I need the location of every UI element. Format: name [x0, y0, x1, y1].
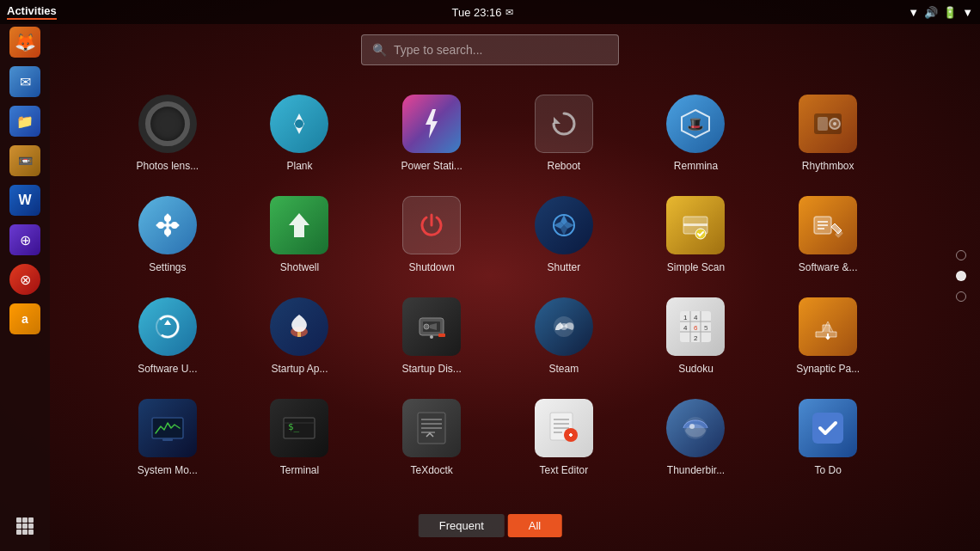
- sidebar-item-show-apps[interactable]: [7, 508, 43, 544]
- email-indicator-icon: ✉: [505, 7, 513, 18]
- svg-point-16: [833, 122, 836, 126]
- svg-rect-36: [297, 332, 301, 337]
- page-dot-2[interactable]: [956, 271, 966, 281]
- ubuntu-icon: ⊕: [9, 224, 40, 255]
- app-item-remmina[interactable]: 🎩 Remmina: [630, 86, 763, 179]
- software-icon-container: [797, 194, 859, 256]
- svg-text:6: 6: [694, 324, 698, 332]
- settings-icon-container: [137, 194, 199, 256]
- cassette-icon: 📼: [9, 145, 40, 176]
- texdoctk-icon: [402, 399, 461, 457]
- text-editor-icon: [535, 399, 593, 457]
- shotwell-icon-container: [268, 194, 330, 256]
- app-item-reboot[interactable]: Reboot: [498, 86, 630, 179]
- page-dot-3[interactable]: [956, 291, 966, 302]
- app-item-sudoku[interactable]: 1 4 4 6 5 2 Sudoku: [630, 289, 763, 382]
- todo-icon: [799, 399, 857, 457]
- shutter-icon: [535, 196, 593, 254]
- app-item-rhythmbox[interactable]: Rhythmbox: [762, 86, 894, 179]
- app-item-system-monitor[interactable]: System Mo...: [101, 390, 234, 483]
- sidebar-item-amazon[interactable]: a: [7, 301, 43, 337]
- svg-text:5: 5: [704, 324, 708, 332]
- app-item-software-updater[interactable]: Software U...: [101, 289, 234, 382]
- texdoctk-label: TeXdoctk: [410, 464, 452, 476]
- amazon-icon: a: [9, 303, 40, 334]
- svg-point-21: [157, 222, 164, 229]
- system-monitor-icon: [138, 399, 197, 457]
- wifi-icon[interactable]: ▼: [908, 6, 919, 19]
- app-item-plank[interactable]: Plank: [234, 86, 366, 179]
- app-item-texdoctk[interactable]: TeXdoctk: [365, 390, 498, 483]
- word-icon: W: [9, 185, 40, 216]
- svg-rect-1: [22, 517, 28, 523]
- shutdown-icon-container: [401, 194, 462, 256]
- startup-disk-icon-container: [401, 296, 462, 358]
- svg-rect-6: [16, 530, 21, 535]
- power-station-icon-container: [401, 93, 462, 155]
- photos-lens-icon-container: [137, 93, 199, 155]
- settings-label: Settings: [149, 261, 186, 273]
- app-item-startup-app[interactable]: Startup Ap...: [234, 289, 366, 382]
- all-filter-button[interactable]: All: [508, 514, 561, 537]
- svg-point-19: [164, 215, 171, 222]
- sidebar-item-mail[interactable]: ✉: [7, 64, 43, 100]
- sidebar-item-firefox[interactable]: 🦊: [7, 24, 43, 60]
- shutter-icon-container: [533, 194, 595, 256]
- page-dot-1[interactable]: [956, 250, 966, 260]
- app-item-software[interactable]: Software &...: [762, 187, 894, 280]
- rhythmbox-icon: [799, 95, 857, 153]
- app-item-power-station[interactable]: Power Stati...: [365, 86, 498, 179]
- system-monitor-icon-container: [137, 397, 199, 459]
- battery-icon[interactable]: 🔋: [943, 6, 957, 19]
- app-item-photos-lens[interactable]: Photos lens...: [101, 86, 234, 179]
- simple-scan-icon-container: [665, 194, 726, 256]
- app-item-startup-disk[interactable]: Startup Dis...: [365, 289, 498, 382]
- app-item-shutdown[interactable]: Shutdown: [365, 187, 498, 280]
- svg-rect-7: [22, 530, 28, 535]
- volume-icon[interactable]: 🔊: [924, 6, 938, 19]
- svg-marker-10: [554, 117, 560, 124]
- activities-label[interactable]: Activities: [7, 4, 57, 20]
- steam-label: Steam: [548, 363, 579, 375]
- sidebar-item-word[interactable]: W: [7, 182, 43, 218]
- app-item-steam[interactable]: Steam: [498, 289, 630, 382]
- thunderbird-icon-container: [665, 397, 726, 459]
- synaptic-label: Synaptic Pa...: [796, 363, 860, 375]
- terminal-icon-container: $_: [268, 397, 330, 459]
- app-item-settings[interactable]: Settings: [101, 187, 234, 280]
- app-item-todo[interactable]: To Do: [762, 390, 894, 483]
- frequent-filter-button[interactable]: Frequent: [419, 514, 505, 537]
- sidebar-item-cassette[interactable]: 📼: [7, 143, 43, 179]
- app-item-shotwell[interactable]: Shotwell: [234, 187, 366, 280]
- software-updater-icon-container: [137, 296, 199, 358]
- filter-bar: Frequent All: [419, 514, 562, 537]
- firefox-icon: 🦊: [9, 27, 40, 58]
- app-item-thunderbird[interactable]: Thunderbir...: [630, 390, 763, 483]
- app-item-simple-scan[interactable]: Simple Scan: [630, 187, 763, 280]
- svg-point-43: [560, 323, 567, 330]
- plank-icon-container: [268, 93, 330, 155]
- app-item-synaptic[interactable]: Synaptic Pa...: [762, 289, 894, 382]
- startup-app-icon-container: [268, 296, 330, 358]
- power-menu-icon[interactable]: ▼: [962, 6, 973, 19]
- sidebar-item-files[interactable]: 📁: [7, 103, 43, 139]
- svg-rect-75: [812, 413, 843, 444]
- files-icon: 📁: [9, 106, 40, 137]
- svg-point-9: [295, 119, 303, 128]
- sudoku-icon-container: 1 4 4 6 5 2: [665, 296, 726, 358]
- synaptic-icon: [799, 297, 857, 356]
- svg-rect-39: [438, 334, 445, 337]
- app-item-shutter[interactable]: Shutter: [498, 187, 630, 280]
- sidebar-item-help[interactable]: ⊗: [7, 261, 43, 297]
- remmina-icon: 🎩: [666, 95, 725, 153]
- system-tray: ▼ 🔊 🔋 ▼: [908, 6, 973, 19]
- sudoku-icon: 1 4 4 6 5 2: [666, 297, 725, 356]
- app-item-text-editor[interactable]: Text Editor: [498, 390, 630, 483]
- search-bar[interactable]: 🔍 Type to search...: [361, 34, 619, 65]
- sidebar-item-ubuntu[interactable]: ⊕: [7, 222, 43, 258]
- settings-icon: [138, 196, 197, 254]
- app-item-terminal[interactable]: $_ Terminal: [234, 390, 366, 483]
- plank-label: Plank: [286, 160, 312, 172]
- software-label: Software &...: [799, 261, 858, 273]
- svg-rect-4: [22, 523, 28, 529]
